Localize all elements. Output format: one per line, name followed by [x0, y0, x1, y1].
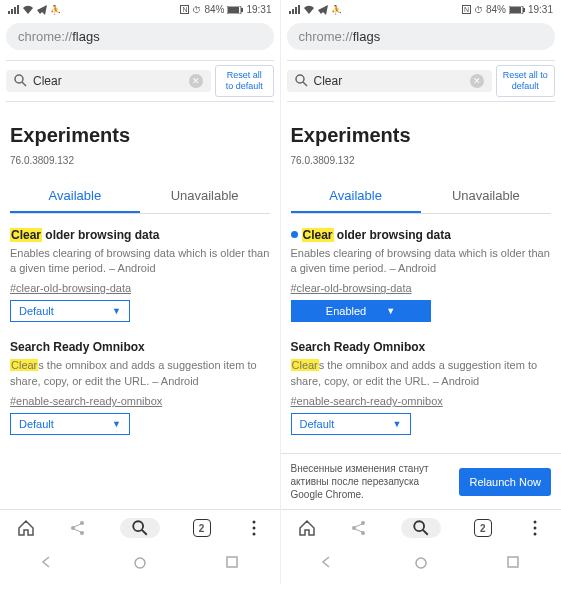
search-input[interactable] [314, 74, 464, 88]
svg-rect-19 [523, 8, 525, 12]
wifi-icon [303, 5, 315, 15]
svg-rect-33 [508, 557, 518, 567]
url-scheme: chrome:// [18, 29, 72, 44]
person-icon: ⛹ [331, 5, 342, 15]
search-nav-icon[interactable] [120, 518, 160, 538]
address-bar[interactable]: chrome://flags [6, 23, 274, 50]
telegram-icon [37, 5, 47, 15]
share-icon[interactable] [68, 518, 88, 538]
home-sys-icon[interactable] [414, 556, 428, 570]
search-nav-icon[interactable] [401, 518, 441, 538]
svg-rect-16 [227, 557, 237, 567]
svg-point-13 [252, 527, 255, 530]
tabs: Available Unavailable [10, 180, 270, 214]
tab-available[interactable]: Available [10, 180, 140, 213]
status-bar: ⛹ N ⏱ 84% 19:31 [281, 0, 562, 19]
svg-rect-18 [510, 7, 521, 13]
svg-point-32 [416, 558, 426, 568]
battery-icon [227, 6, 243, 14]
home-icon[interactable] [16, 518, 36, 538]
search-row: ✕ Reset all to default [287, 60, 556, 102]
page-title: Experiments [10, 124, 270, 147]
clear-search-icon[interactable]: ✕ [189, 74, 203, 88]
flag-dropdown[interactable]: Default ▼ [10, 300, 130, 322]
tabs-icon[interactable]: 2 [473, 518, 493, 538]
address-bar[interactable]: chrome://flags [287, 23, 556, 50]
url-path: flags [72, 29, 99, 44]
flag-desc: Enables clearing of browsing data which … [10, 246, 270, 277]
battery-pct: 84% [486, 4, 506, 15]
tabs: Available Unavailable [291, 180, 552, 214]
svg-line-8 [74, 524, 81, 527]
system-nav [281, 546, 562, 584]
recent-icon[interactable] [226, 556, 240, 570]
person-icon: ⛹ [50, 5, 61, 15]
clock-time: 19:31 [246, 4, 271, 15]
flag-desc: Clears the omnibox and adds a suggestion… [10, 358, 270, 389]
flag-link[interactable]: #clear-old-browsing-data [291, 282, 412, 294]
flag-desc: Enables clearing of browsing data which … [291, 246, 552, 277]
highlight: Clear [302, 228, 334, 242]
clear-search-icon[interactable]: ✕ [470, 74, 484, 88]
search-row: ✕ Reset all to default [6, 60, 274, 102]
search-input[interactable] [33, 74, 183, 88]
home-icon[interactable] [297, 518, 317, 538]
tab-unavailable[interactable]: Unavailable [140, 180, 270, 213]
flag-title: Search Ready Omnibox [291, 340, 552, 354]
screenshot-right: ⛹ N ⏱ 84% 19:31 chrome://flags ✕ Reset a… [281, 0, 562, 584]
alarm-icon: ⏱ [474, 5, 483, 15]
flag-link[interactable]: #enable-search-ready-omnibox [10, 395, 162, 407]
search-box[interactable]: ✕ [6, 70, 211, 92]
flag-dropdown[interactable]: Enabled ▼ [291, 300, 431, 322]
flag-dropdown[interactable]: Default ▼ [291, 413, 411, 435]
flag-link[interactable]: #enable-search-ready-omnibox [291, 395, 443, 407]
chevron-down-icon: ▼ [112, 419, 121, 429]
share-icon[interactable] [349, 518, 369, 538]
chevron-down-icon: ▼ [386, 306, 395, 316]
svg-line-11 [142, 530, 147, 535]
clock-time: 19:31 [528, 4, 553, 15]
menu-icon[interactable] [525, 518, 545, 538]
svg-point-20 [296, 75, 304, 83]
svg-rect-1 [228, 7, 239, 13]
search-box[interactable]: ✕ [287, 70, 492, 92]
version-text: 76.0.3809.132 [291, 155, 552, 166]
back-icon[interactable] [40, 556, 54, 570]
tabs-icon[interactable]: 2 [192, 518, 212, 538]
signal-icon [8, 5, 19, 14]
recent-icon[interactable] [507, 556, 521, 570]
highlight: Clear [10, 359, 38, 371]
relaunch-button[interactable]: Relaunch Now [459, 468, 551, 496]
flag-search-ready-omnibox: Search Ready Omnibox Clears the omnibox … [10, 340, 270, 435]
menu-icon[interactable] [244, 518, 264, 538]
svg-line-9 [74, 529, 81, 532]
svg-line-4 [22, 82, 26, 86]
back-icon[interactable] [320, 556, 334, 570]
wifi-icon [22, 5, 34, 15]
flag-title: Search Ready Omnibox [10, 340, 270, 354]
home-sys-icon[interactable] [133, 556, 147, 570]
svg-line-26 [355, 529, 362, 532]
tab-unavailable[interactable]: Unavailable [421, 180, 551, 213]
status-bar: ⛹ N ⏱ 84% 19:31 [0, 0, 280, 19]
reset-button[interactable]: Reset all to default [215, 65, 274, 97]
url-path: flags [353, 29, 380, 44]
signal-icon [289, 5, 300, 14]
svg-point-31 [533, 533, 536, 536]
svg-point-27 [414, 521, 424, 531]
reset-button[interactable]: Reset all to default [496, 65, 556, 97]
browser-nav: 2 [0, 509, 280, 546]
relaunch-bar: Внесенные изменения станут активны после… [281, 453, 562, 509]
url-scheme: chrome:// [299, 29, 353, 44]
svg-point-14 [252, 533, 255, 536]
highlight: Clear [291, 359, 319, 371]
highlight: Clear [10, 228, 42, 242]
svg-line-21 [303, 82, 307, 86]
version-text: 76.0.3809.132 [10, 155, 270, 166]
svg-rect-2 [241, 8, 243, 12]
battery-pct: 84% [204, 4, 224, 15]
tab-available[interactable]: Available [291, 180, 421, 213]
flag-link[interactable]: #clear-old-browsing-data [10, 282, 131, 294]
flag-dropdown[interactable]: Default ▼ [10, 413, 130, 435]
enabled-dot-icon [291, 231, 298, 238]
